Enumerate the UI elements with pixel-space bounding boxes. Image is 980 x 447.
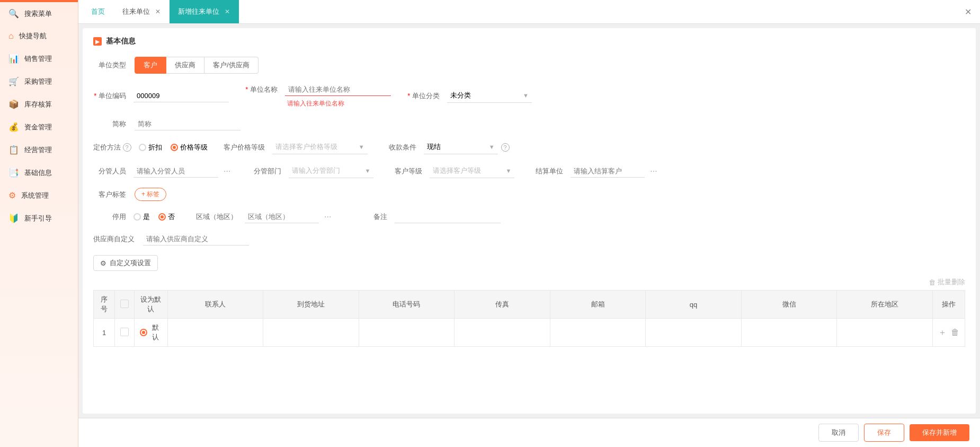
sidebar-item-guide[interactable]: 🔰 新手引导: [0, 207, 78, 230]
disabled-no[interactable]: 否: [158, 212, 175, 222]
guide-icon: 🔰: [8, 213, 19, 223]
table-row: 1 默认: [94, 319, 965, 347]
cell-phone[interactable]: [359, 319, 455, 347]
department-dropdown[interactable]: 请输入分管部门 ▼: [289, 164, 373, 178]
select-all-checkbox[interactable]: [120, 300, 129, 308]
manager-more-btn[interactable]: ···: [221, 166, 233, 176]
yes-radio[interactable]: [133, 213, 141, 221]
cancel-button[interactable]: 取消: [818, 424, 859, 442]
batch-delete-label[interactable]: 批量删除: [938, 277, 965, 287]
tab-bar: 首页 往来单位 ✕ 新增往来单位 ✕ ✕: [78, 0, 980, 24]
sidebar-item-label: 经营管理: [24, 145, 52, 155]
unit-type-customer[interactable]: 客户: [135, 57, 166, 74]
manager-input[interactable]: [133, 165, 218, 178]
disabled-radio-group: 是 否: [133, 212, 175, 222]
sidebar-item-system[interactable]: ⚙ 系统管理: [0, 184, 78, 207]
add-row-btn[interactable]: ＋: [938, 327, 947, 338]
row-checkbox[interactable]: [120, 328, 129, 336]
sidebar-item-operations[interactable]: 📋 经营管理: [0, 138, 78, 161]
cell-qq[interactable]: [646, 319, 742, 347]
remark-input[interactable]: [395, 211, 501, 223]
fax-input[interactable]: [464, 327, 540, 339]
tab-partners-close[interactable]: ✕: [155, 8, 161, 15]
cell-fax[interactable]: [455, 319, 550, 347]
unit-category-dropdown[interactable]: 未分类 ▼: [447, 89, 532, 103]
qq-input[interactable]: [655, 327, 732, 339]
region-input[interactable]: [245, 211, 319, 223]
remark-label: 备注: [354, 212, 391, 222]
money-icon: 💰: [8, 122, 19, 132]
cell-address[interactable]: [263, 319, 359, 347]
sidebar-item-sales[interactable]: 📊 销售管理: [0, 47, 78, 70]
settlement-unit-input[interactable]: [571, 165, 645, 178]
default-radio[interactable]: [140, 329, 147, 336]
pricing-level-option[interactable]: 价格等级: [171, 143, 208, 152]
unit-code-input[interactable]: [133, 90, 229, 102]
payment-terms-help[interactable]: ?: [501, 143, 510, 152]
customer-tag-row: 客户标签 + 标签: [93, 188, 965, 201]
cell-email[interactable]: [550, 319, 646, 347]
settlement-more-btn[interactable]: ···: [648, 166, 659, 176]
manager-label: 分管人员: [93, 166, 130, 176]
customer-price-level-dropdown[interactable]: 请选择客户价格等级 ▼: [272, 140, 368, 154]
save-button[interactable]: 保存: [864, 424, 904, 442]
sidebar-item-inventory[interactable]: 📦 库存核算: [0, 93, 78, 116]
trash-icon: 🗑: [929, 278, 936, 286]
unit-code-field: 单位编码: [93, 90, 229, 102]
email-input[interactable]: [560, 327, 636, 339]
tab-new-partner-close[interactable]: ✕: [225, 8, 230, 15]
supplier-custom-input[interactable]: [143, 233, 249, 246]
disabled-yes[interactable]: 是: [133, 212, 150, 222]
pricing-discount-option[interactable]: 折扣: [139, 143, 162, 152]
wechat-input[interactable]: [751, 327, 827, 339]
tab-bar-close-all[interactable]: ✕: [960, 7, 976, 17]
discount-radio[interactable]: [139, 144, 146, 151]
department-arrow: ▼: [364, 168, 370, 174]
sidebar: 🔍 搜索菜单 ⌂ 快捷导航 📊 销售管理 🛒 采购管理 📦 库存核算 💰 资金管…: [0, 0, 78, 447]
sidebar-item-label: 采购管理: [24, 77, 52, 86]
tab-home[interactable]: 首页: [83, 0, 114, 23]
price-level-radio[interactable]: [171, 144, 178, 151]
save-and-new-button[interactable]: 保存并新增: [910, 424, 969, 441]
customer-level-dropdown[interactable]: 请选择客户等级 ▼: [430, 164, 514, 178]
unit-type-label: 单位类型: [93, 60, 130, 70]
cell-wechat[interactable]: [741, 319, 837, 347]
sidebar-item-search[interactable]: 🔍 搜索菜单: [0, 2, 78, 25]
custom-settings-button[interactable]: ⚙ 自定义项设置: [93, 255, 158, 271]
col-seq: 序号: [94, 291, 115, 319]
disabled-field: 停用 是 否: [93, 212, 175, 222]
sidebar-item-basic[interactable]: 📑 基础信息: [0, 161, 78, 184]
clipboard-icon: 📋: [8, 145, 19, 155]
sidebar-item-purchase[interactable]: 🛒 采购管理: [0, 70, 78, 93]
short-name-label: 简称: [93, 119, 130, 129]
no-radio[interactable]: [158, 213, 166, 221]
cell-contact[interactable]: [167, 319, 263, 347]
tab-partners[interactable]: 往来单位 ✕: [114, 0, 170, 23]
sidebar-item-finance[interactable]: 💰 资金管理: [0, 116, 78, 138]
section-title: 基本信息: [106, 37, 136, 46]
main-area: 首页 往来单位 ✕ 新增往来单位 ✕ ✕ ▶ 基本信息 单位类型 客户 供应商 …: [78, 0, 980, 447]
contact-input[interactable]: [177, 327, 254, 339]
region-more-btn[interactable]: ···: [322, 212, 333, 222]
section-icon: ▶: [93, 37, 102, 46]
address-input[interactable]: [273, 327, 349, 339]
unit-category-arrow: ▼: [523, 92, 529, 99]
short-name-input[interactable]: [135, 118, 240, 130]
unit-name-input[interactable]: [285, 83, 391, 96]
phone-input[interactable]: [369, 327, 445, 339]
tab-new-partner[interactable]: 新增往来单位 ✕: [170, 0, 239, 23]
disabled-region-remark-row: 停用 是 否 区域（地区） ··· 备注: [93, 211, 965, 223]
payment-terms-dropdown[interactable]: 现结 ▼: [424, 140, 498, 154]
delete-row-btn[interactable]: 🗑: [951, 327, 959, 338]
yes-label: 是: [143, 212, 150, 222]
pricing-help-icon[interactable]: ?: [123, 143, 131, 152]
supplier-custom-label: 供应商自定义: [93, 234, 139, 244]
sidebar-item-quick-nav[interactable]: ⌂ 快捷导航: [0, 25, 78, 47]
region-table-input[interactable]: [847, 327, 923, 339]
cell-region[interactable]: [837, 319, 933, 347]
unit-type-supplier[interactable]: 供应商: [166, 57, 204, 74]
unit-type-both[interactable]: 客户/供应商: [204, 57, 259, 74]
unit-type-group: 客户 供应商 客户/供应商: [135, 57, 259, 74]
cell-actions: ＋ 🗑: [932, 319, 965, 347]
add-tag-button[interactable]: + 标签: [135, 188, 166, 201]
